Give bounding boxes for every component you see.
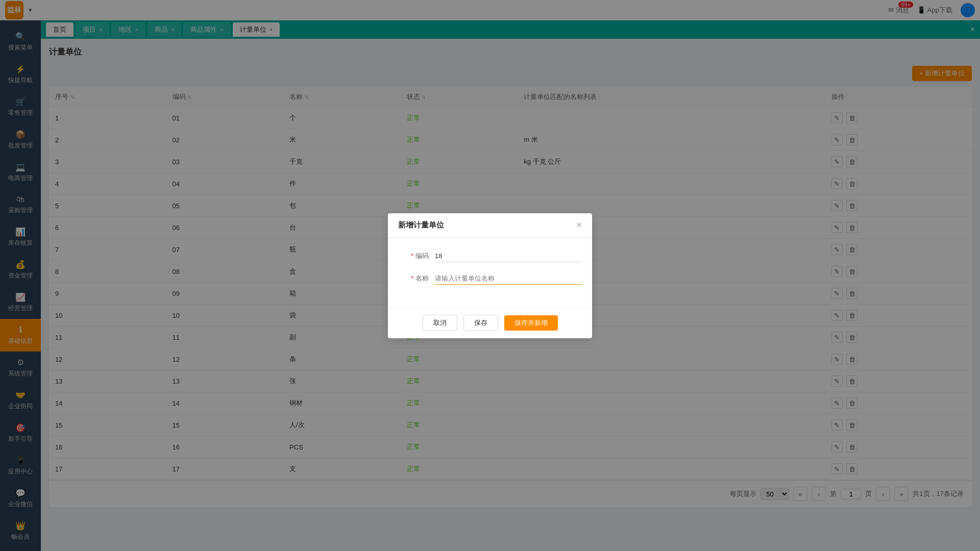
name-required-mark: * [411,274,413,282]
name-form-row: * 名称 [398,272,582,285]
save-and-new-button[interactable]: 保存并新增 [504,315,558,331]
add-unit-modal: 新增计量单位 × * 编码 * 名称 取消 保存 保存并新增 [388,213,592,338]
modal-header: 新增计量单位 × [388,213,592,238]
name-input[interactable] [435,272,582,285]
modal-close-button[interactable]: × [576,220,582,230]
modal-overlay: 新增计量单位 × * 编码 * 名称 取消 保存 保存并新增 [0,0,980,551]
code-required-mark: * [411,252,413,260]
cancel-button[interactable]: 取消 [423,315,457,331]
modal-title: 新增计量单位 [398,220,444,230]
code-input[interactable] [435,250,582,262]
modal-body: * 编码 * 名称 [388,238,592,307]
code-label: * 编码 [398,252,429,261]
save-button[interactable]: 保存 [463,315,498,331]
name-label: * 名称 [398,274,429,283]
code-form-row: * 编码 [398,250,582,262]
modal-footer: 取消 保存 保存并新增 [388,307,592,338]
